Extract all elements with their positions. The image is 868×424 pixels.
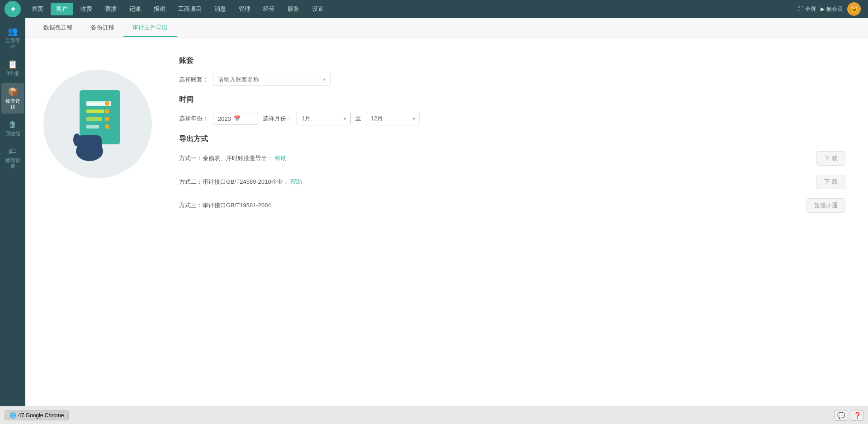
sidebar-label-account-migration: 账套迁移	[3, 98, 22, 110]
nav-management[interactable]: 管理	[233, 3, 256, 15]
nav-business[interactable]: 工商项目	[173, 3, 207, 15]
chevron-down-icon: ▾	[323, 77, 326, 82]
tag-settings-icon: 🏷	[9, 147, 17, 156]
month-end-value: 12月	[371, 114, 383, 123]
taskbar-right: 💬 ❓	[835, 410, 863, 421]
export-method-3-text: 方式三：审计接口GB/T19581-2004	[179, 201, 807, 210]
time-row: 选择年份： 2023 📅 选择月份： 1月 ▾ 至 12月 ▾	[179, 112, 850, 125]
export-section-title: 导出方式	[179, 134, 850, 144]
method-1-download-btn[interactable]: 下 载	[816, 151, 845, 166]
export-method-1-text: 方式一：余额表、序时账批量导出： 帮助	[179, 154, 816, 162]
declaration-icon: 📋	[8, 59, 18, 69]
method-1-help-link[interactable]: 帮助	[275, 155, 287, 162]
illustration-circle	[43, 70, 152, 178]
export-method-1: 方式一：余额表、序时账批量导出： 帮助 下 载	[179, 151, 850, 166]
sidebar-item-recycle[interactable]: 🗑 回收站	[1, 116, 24, 140]
app-logo: ✦	[5, 1, 21, 17]
tab-data-migration[interactable]: 数据包迁移	[34, 19, 82, 37]
account-migration-icon: 📦	[8, 87, 18, 97]
account-section-title: 账套	[179, 56, 850, 66]
method-2-download-btn[interactable]: 下 载	[816, 175, 845, 189]
time-section-title: 时间	[179, 95, 850, 105]
taskbar: 🌐 47 Google Chrome 💬 ❓	[0, 406, 868, 424]
avatar[interactable]: 🐱	[847, 2, 861, 16]
nav-customer[interactable]: 客户	[51, 3, 73, 15]
fullscreen-btn[interactable]: ⛶ 全屏	[798, 5, 816, 13]
year-label: 选择年份：	[179, 114, 208, 123]
nav-tax[interactable]: 报税	[148, 3, 171, 15]
chat-icon: 💬	[837, 412, 845, 419]
content-area: 数据包迁移 备份迁移 审计文件导出	[25, 18, 868, 406]
sidebar-label-tag-settings: 标签设置	[3, 157, 22, 169]
taskbar-browser-item[interactable]: 🌐 47 Google Chrome	[5, 410, 69, 420]
sidebar-label-recycle: 回收站	[5, 131, 20, 137]
account-input-field[interactable]	[218, 76, 323, 83]
help-icon: ❓	[854, 412, 861, 419]
main-layout: 👥 全部客户 📋 0申报 📦 账套迁移 🗑 回收站 🏷 标签设置 数据包迁移 备…	[0, 18, 868, 406]
sidebar-item-all-customers[interactable]: 👥 全部客户	[1, 23, 24, 53]
vip-icon: ▶	[821, 6, 825, 12]
method-1-label: 方式一：余额表、序时账批量导出：	[179, 155, 273, 162]
nav-message[interactable]: 消息	[209, 3, 231, 15]
taskbar-help-btn[interactable]: ❓	[851, 410, 863, 421]
svg-point-6	[105, 124, 109, 129]
account-select-row: 选择账套： ▾	[179, 73, 850, 86]
method-3-label: 方式三：审计接口GB/T19581-2004	[179, 202, 271, 209]
export-method-2-text: 方式二：审计接口GB/T24589-2010企业： 帮助	[179, 178, 816, 186]
left-sidebar: 👥 全部客户 📋 0申报 📦 账套迁移 🗑 回收站 🏷 标签设置	[0, 18, 25, 406]
svg-rect-8	[86, 125, 99, 129]
account-select-label: 选择账套：	[179, 76, 208, 84]
sidebar-item-account-migration[interactable]: 📦 账套迁移	[1, 83, 24, 114]
year-value: 2023	[218, 115, 231, 122]
vip-btn[interactable]: ▶ 畅会员	[821, 5, 843, 13]
to-label: 至	[355, 114, 361, 123]
svg-rect-7	[86, 117, 102, 121]
tab-audit-export[interactable]: 审计文件导出	[123, 19, 177, 37]
method-3-vip-btn[interactable]: 暂缓开通	[807, 198, 845, 213]
svg-rect-2	[86, 110, 104, 113]
chevron-down-icon-month: ▾	[344, 116, 346, 121]
svg-point-3	[105, 101, 109, 106]
month-label: 选择月份：	[263, 114, 292, 123]
top-navigation: ✦ 首页 客户 收费 票据 记账 报税 工商项目 消息 管理 经营 服务 设置 …	[0, 0, 868, 18]
chevron-down-icon-month-end: ▾	[413, 116, 415, 121]
nav-operations[interactable]: 经营	[258, 3, 280, 15]
month-end-select[interactable]: 12月 ▾	[366, 112, 420, 125]
svg-point-4	[105, 109, 109, 114]
all-customers-icon: 👥	[8, 26, 18, 36]
nav-items: 首页 客户 收费 票据 记账 报税 工商项目 消息 管理 经营 服务 设置	[26, 3, 798, 15]
sidebar-item-declaration[interactable]: 📋 0申报	[1, 56, 24, 80]
nav-invoice[interactable]: 票据	[99, 3, 122, 15]
sidebar-item-tag-settings[interactable]: 🏷 标签设置	[1, 143, 24, 173]
nav-right: ⛶ 全屏 ▶ 畅会员 🐱	[798, 2, 868, 16]
sidebar-label-declaration: 0申报	[6, 71, 19, 76]
nav-home[interactable]: 首页	[26, 3, 49, 15]
illustration-area	[43, 52, 152, 392]
svg-point-11	[73, 133, 80, 146]
calendar-icon: 📅	[234, 115, 241, 122]
form-area: 账套 选择账套： ▾ 时间 选择年份： 2023 📅 选择月份	[179, 52, 850, 392]
recycle-icon: 🗑	[9, 120, 17, 129]
fullscreen-icon: ⛶	[798, 6, 803, 12]
nav-fees[interactable]: 收费	[75, 3, 98, 15]
month-start-value: 1月	[302, 114, 311, 123]
tab-backup-migration[interactable]: 备份迁移	[82, 19, 123, 37]
chrome-icon: 🌐	[9, 412, 16, 419]
account-select-input[interactable]: ▾	[213, 73, 330, 86]
illustration-svg	[61, 81, 134, 167]
method-2-help-link[interactable]: 帮助	[290, 178, 302, 185]
svg-point-5	[105, 117, 109, 121]
sidebar-label-all-customers: 全部客户	[3, 38, 22, 49]
nav-service[interactable]: 服务	[282, 3, 305, 15]
taskbar-chat-btn[interactable]: 💬	[835, 410, 847, 421]
nav-settings[interactable]: 设置	[307, 3, 329, 15]
tab-bar: 数据包迁移 备份迁移 审计文件导出	[25, 18, 868, 38]
svg-rect-10	[77, 135, 102, 158]
year-input[interactable]: 2023 📅	[213, 113, 258, 125]
page-content: 账套 选择账套： ▾ 时间 选择年份： 2023 📅 选择月份	[25, 38, 868, 406]
month-start-select[interactable]: 1月 ▾	[297, 112, 351, 125]
export-method-3: 方式三：审计接口GB/T19581-2004 暂缓开通	[179, 198, 850, 213]
method-2-label: 方式二：审计接口GB/T24589-2010企业：	[179, 178, 289, 185]
export-method-2: 方式二：审计接口GB/T24589-2010企业： 帮助 下 载	[179, 175, 850, 189]
nav-accounting[interactable]: 记账	[124, 3, 146, 15]
